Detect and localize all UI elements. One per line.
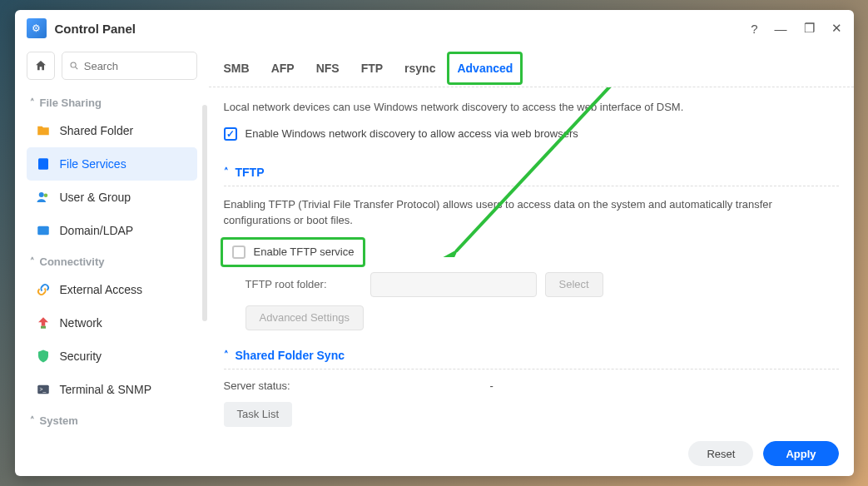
server-status-row: Server status: - xyxy=(224,379,839,392)
tftp-enable-row[interactable]: ✓ Enable TFTP service xyxy=(224,241,363,264)
sidebar-item-terminal-snmp[interactable]: >_Terminal & SNMP xyxy=(27,373,197,406)
shield-icon xyxy=(35,348,52,364)
tftp-root-input[interactable] xyxy=(370,272,537,297)
category-file-sharing[interactable]: ˄File Sharing xyxy=(27,88,197,114)
apply-button[interactable]: Apply xyxy=(763,441,838,466)
tab-bar: SMB AFP NFS FTP rsync Advanced xyxy=(209,47,854,87)
control-panel-window: ⚙ Control Panel ? — ❐ ✕ ˄File Sharing Sh… xyxy=(15,10,854,476)
field-label: TFTP root folder: xyxy=(246,278,362,290)
checkbox-checked-icon[interactable]: ✓ xyxy=(224,127,237,141)
tab-rsync[interactable]: rsync xyxy=(404,58,435,87)
content-area: SMB AFP NFS FTP rsync Advanced Local net… xyxy=(209,47,854,476)
sidebar-item-security[interactable]: Security xyxy=(27,340,197,373)
sidebar-item-label: Security xyxy=(60,350,102,363)
window-controls: ? — ❐ ✕ xyxy=(751,21,841,36)
highlight-box xyxy=(447,52,523,85)
search-input[interactable] xyxy=(84,60,190,72)
sidebar-item-network[interactable]: Network xyxy=(27,306,197,340)
svg-point-3 xyxy=(38,192,43,197)
search-box[interactable] xyxy=(62,52,197,80)
checkbox-unchecked-icon[interactable]: ✓ xyxy=(232,245,246,259)
maximize-icon[interactable]: ❐ xyxy=(804,21,815,36)
app-icon: ⚙ xyxy=(27,18,47,38)
scroll-area[interactable]: Local network devices can use Windows ne… xyxy=(209,87,854,431)
ws-discovery-checkbox-row[interactable]: ✓ Enable Windows network discovery to al… xyxy=(224,127,839,141)
sidebar: ˄File Sharing Shared Folder File Service… xyxy=(15,47,209,476)
chevron-up-icon: ˄ xyxy=(30,256,35,267)
category-system[interactable]: ˄System xyxy=(27,406,197,432)
tab-ftp[interactable]: FTP xyxy=(361,58,383,87)
sidebar-item-label: External Access xyxy=(60,283,143,296)
tftp-root-field: TFTP root folder: Select xyxy=(246,272,839,297)
sidebar-item-file-services[interactable]: File Services xyxy=(27,147,197,181)
task-list-button[interactable]: Task List xyxy=(224,402,293,427)
tftp-desc: Enabling TFTP (Trivial File Transfer Pro… xyxy=(224,196,839,229)
tab-afp[interactable]: AFP xyxy=(271,58,295,87)
reset-button[interactable]: Reset xyxy=(688,441,753,466)
svg-point-4 xyxy=(43,194,47,198)
sidebar-item-label: Domain/LDAP xyxy=(60,224,134,237)
chevron-up-icon: ˄ xyxy=(30,415,35,426)
status-value: - xyxy=(490,379,494,392)
id-card-icon xyxy=(35,222,52,239)
svg-rect-5 xyxy=(37,226,49,236)
sidebar-item-label: Shared Folder xyxy=(60,124,134,137)
sidebar-item-domain-ldap[interactable]: Domain/LDAP xyxy=(27,214,197,247)
home-icon xyxy=(34,59,47,72)
help-icon[interactable]: ? xyxy=(751,22,757,36)
users-icon xyxy=(35,189,52,206)
checkbox-label: Enable Windows network discovery to allo… xyxy=(246,127,578,140)
status-label: Server status: xyxy=(224,379,482,392)
folder-icon xyxy=(35,122,52,139)
sidebar-item-shared-folder[interactable]: Shared Folder xyxy=(27,114,197,147)
select-button[interactable]: Select xyxy=(545,272,603,297)
checkbox-label: Enable TFTP service xyxy=(254,245,355,258)
section-tftp[interactable]: ˄TFTP xyxy=(224,159,839,186)
tab-nfs[interactable]: NFS xyxy=(316,58,340,87)
home-button[interactable] xyxy=(27,52,55,80)
titlebar: ⚙ Control Panel ? — ❐ ✕ xyxy=(15,10,854,47)
svg-rect-6 xyxy=(41,326,46,329)
advanced-settings-button[interactable]: Advanced Settings xyxy=(246,305,364,330)
network-icon xyxy=(35,315,52,331)
footer: Reset Apply xyxy=(209,431,854,476)
chevron-up-icon: ˄ xyxy=(30,97,35,108)
sidebar-scrollbar[interactable] xyxy=(202,105,207,321)
section-shared-folder-sync[interactable]: ˄Shared Folder Sync xyxy=(224,342,839,369)
svg-line-1 xyxy=(75,67,77,70)
svg-text:>_: >_ xyxy=(39,386,46,393)
terminal-icon: >_ xyxy=(35,381,52,398)
ws-discovery-desc: Local network devices can use Windows ne… xyxy=(224,99,839,116)
close-icon[interactable]: ✕ xyxy=(831,21,842,36)
sidebar-item-label: File Services xyxy=(60,157,126,171)
chevron-up-icon: ˄ xyxy=(224,166,229,177)
tab-advanced[interactable]: Advanced xyxy=(457,58,513,87)
search-icon xyxy=(69,60,79,72)
sidebar-item-label: Terminal & SNMP xyxy=(60,383,151,396)
sidebar-item-user-group[interactable]: User & Group xyxy=(27,181,197,214)
chevron-up-icon: ˄ xyxy=(224,350,229,360)
category-connectivity[interactable]: ˄Connectivity xyxy=(27,247,197,273)
sidebar-item-label: User & Group xyxy=(60,191,131,204)
minimize-icon[interactable]: — xyxy=(775,22,787,36)
svg-rect-2 xyxy=(38,158,48,170)
file-service-icon xyxy=(35,156,52,172)
link-icon xyxy=(35,281,52,298)
sidebar-item-external-access[interactable]: External Access xyxy=(27,273,197,306)
sidebar-item-label: Network xyxy=(60,316,102,330)
tab-smb[interactable]: SMB xyxy=(224,58,250,87)
svg-point-0 xyxy=(71,62,76,67)
window-title: Control Panel xyxy=(55,22,136,36)
